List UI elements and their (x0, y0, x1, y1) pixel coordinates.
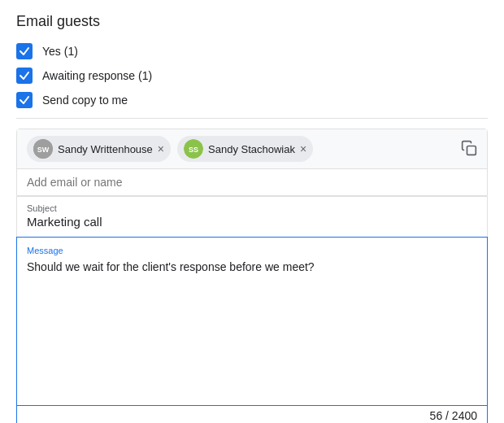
checkbox-row-awaiting: Awaiting response (1) (16, 68, 488, 84)
svg-text:SW: SW (37, 146, 50, 154)
dialog-title: Email guests (16, 13, 488, 30)
form-fields: SW Sandy Writtenhouse × SS Sandy Stachow… (16, 129, 488, 423)
add-email-row (17, 169, 487, 195)
subject-field: Subject Marketing call (16, 196, 488, 237)
message-field: Message Should we wait for the client's … (16, 237, 488, 406)
divider (16, 118, 488, 119)
email-guests-dialog: Email guests Yes (1) Awaiting response (… (0, 0, 504, 423)
subject-value[interactable]: Marketing call (27, 215, 477, 229)
chip-close-sandy-w[interactable]: × (158, 143, 164, 155)
checkbox-copy[interactable] (16, 92, 33, 108)
char-count: 56 / 2400 (16, 406, 488, 423)
recipients-section: SW Sandy Writtenhouse × SS Sandy Stachow… (16, 129, 488, 196)
add-email-input[interactable] (27, 176, 477, 189)
checkbox-awaiting[interactable] (16, 68, 33, 84)
message-text[interactable]: Should we wait for the client's response… (27, 259, 477, 340)
copy-recipients-icon[interactable] (461, 140, 477, 159)
checkbox-yes[interactable] (16, 43, 33, 59)
chip-sandy-s[interactable]: SS Sandy Stachowiak × (177, 136, 313, 162)
checkbox-row-yes: Yes (1) (16, 43, 488, 59)
chip-close-sandy-s[interactable]: × (300, 143, 306, 155)
recipients-chips-row: SW Sandy Writtenhouse × SS Sandy Stachow… (17, 129, 487, 169)
checkbox-yes-label: Yes (1) (42, 45, 78, 58)
message-label: Message (27, 246, 477, 255)
checkbox-row-copy: Send copy to me (16, 92, 488, 108)
checkbox-copy-label: Send copy to me (42, 94, 128, 107)
svg-text:SS: SS (189, 146, 198, 154)
avatar-sandy-w: SW (33, 139, 53, 159)
svg-rect-4 (467, 146, 476, 155)
char-count-text: 56 / 2400 (430, 409, 477, 422)
avatar-sandy-s: SS (184, 139, 203, 159)
chip-label-sandy-w: Sandy Writtenhouse (58, 143, 153, 155)
chip-label-sandy-s: Sandy Stachowiak (208, 143, 295, 155)
checkbox-awaiting-label: Awaiting response (1) (42, 69, 152, 82)
chip-sandy-w[interactable]: SW Sandy Writtenhouse × (27, 136, 171, 162)
subject-label: Subject (27, 203, 477, 213)
